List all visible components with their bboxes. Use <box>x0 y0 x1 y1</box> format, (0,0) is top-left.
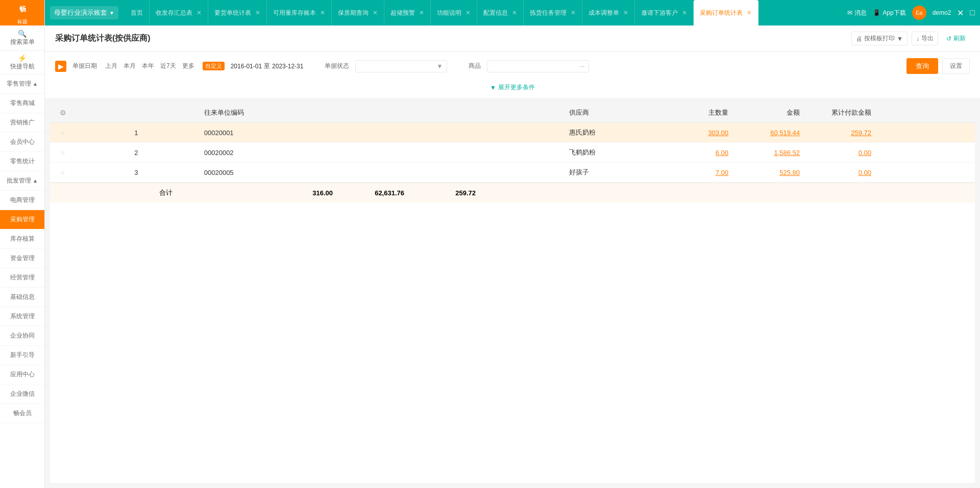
date-shortcut-1[interactable]: 本月 <box>121 61 138 71</box>
tab-requisition-stats[interactable]: 要货单统计表✕ <box>208 0 267 25</box>
row-settings[interactable]: ○ <box>50 163 76 183</box>
tab-picking-task[interactable]: 拣货任务管理✕ <box>524 0 582 25</box>
tab-close-config-info[interactable]: ✕ <box>512 9 517 16</box>
tab-home[interactable]: 首页 <box>125 0 150 25</box>
sidebar-item-operations[interactable]: 经营管理 <box>0 268 44 288</box>
tab-expiry-query[interactable]: 保质期查询✕ <box>332 0 384 25</box>
sidebar-item-enterprise-wechat[interactable]: 企业微信 <box>0 384 44 404</box>
sidebar-item-marketing[interactable]: 营销推广 <box>0 113 44 133</box>
sidebar-item-basic-info[interactable]: 基础信息 <box>0 288 44 307</box>
sidebar-item-ecommerce[interactable]: 电商管理 <box>0 191 44 210</box>
export-label: 导出 <box>921 34 934 43</box>
date-shortcut-4[interactable]: 更多 <box>180 61 197 71</box>
sidebar-item-purchase-mgmt[interactable]: 采购管理 <box>0 210 44 229</box>
industry-label: 母婴行业演示账套 <box>54 8 107 17</box>
date-range-start: 2016-01-01 <box>231 63 262 70</box>
user-avatar[interactable]: Ea <box>912 6 926 20</box>
tab-close-available-inventory[interactable]: ✕ <box>320 9 325 16</box>
expand-more-button[interactable]: ▼ 展开更多条件 <box>490 83 535 92</box>
row-extra <box>878 163 975 183</box>
sidebar-item-retail-stats[interactable]: 零售统计 <box>0 152 44 171</box>
tab-function-desc[interactable]: 功能说明✕ <box>431 0 477 25</box>
expand-icon: ▼ <box>490 84 496 91</box>
tab-config-info[interactable]: 配置信息✕ <box>477 0 524 25</box>
tab-close-invite-downstream[interactable]: ✕ <box>682 9 687 16</box>
row-quantity[interactable]: 7.00 <box>674 163 736 183</box>
row-supplier: 惠氏奶粉 <box>562 123 674 143</box>
row-paid[interactable]: 259.72 <box>807 123 878 143</box>
sidebar-item-vip[interactable]: 畅会员 <box>0 404 44 423</box>
sidebar-item-enterprise[interactable]: 企业协同 <box>0 326 44 346</box>
message-button[interactable]: ✉ 消息 <box>847 9 867 17</box>
row-settings[interactable]: ○ <box>50 123 76 143</box>
th-num <box>76 103 197 123</box>
tab-cost-adjust[interactable]: 成本调整单✕ <box>582 0 635 25</box>
tab-close-collection-summary[interactable]: ✕ <box>197 9 202 16</box>
row-paid[interactable]: 0.00 <box>807 163 878 183</box>
row-quantity[interactable]: 6.00 <box>674 143 736 163</box>
date-filter-label: 单据日期 <box>72 62 97 70</box>
tab-close-overstock-warning[interactable]: ✕ <box>419 9 424 16</box>
sidebar-item-system[interactable]: 系统管理 <box>0 307 44 326</box>
date-shortcut-3[interactable]: 近7天 <box>158 61 178 71</box>
print-button[interactable]: 🖨 按模板打印 ▼ <box>851 32 908 45</box>
sidebar-item-member-center[interactable]: 会员中心 <box>0 133 44 152</box>
row-quantity[interactable]: 303.00 <box>674 123 736 143</box>
close-window-button[interactable]: ✕ <box>957 8 964 18</box>
tab-available-inventory[interactable]: 可用量库存账本✕ <box>267 0 332 25</box>
refresh-icon: ↺ <box>946 35 951 42</box>
date-shortcut-2[interactable]: 本年 <box>140 61 156 71</box>
inner-content: ⚙ 往来单位编码 供应商 主数量 金额 累计付款金额 ○ 1 00020001 … <box>45 98 980 488</box>
tab-label-home: 首页 <box>131 9 143 17</box>
sidebar: 畅 标题 🔍 搜索菜单 ⚡ 快捷导航 零售管理 ▲零售商城营销推广会员中心零售统… <box>0 0 45 488</box>
row-settings[interactable]: ○ <box>50 143 76 163</box>
refresh-button[interactable]: ↺ 刷新 <box>942 32 970 45</box>
row-supplier: 好孩子 <box>562 163 674 183</box>
content-area: 采购订单统计表(按供应商) 🖨 按模板打印 ▼ ↓ 导出 ↺ 刷新 <box>45 25 980 488</box>
row-amount[interactable]: 525.80 <box>736 163 807 183</box>
tab-close-purchase-order-stats[interactable]: ✕ <box>747 9 752 16</box>
date-shortcut-0[interactable]: 上月 <box>103 61 119 71</box>
sidebar-item-retail-mall[interactable]: 零售商城 <box>0 94 44 113</box>
sidebar-item-app-center[interactable]: 应用中心 <box>0 365 44 384</box>
quick-nav[interactable]: ⚡ 快捷导航 <box>0 51 44 74</box>
export-button[interactable]: ↓ 导出 <box>912 32 938 45</box>
maximize-window-button[interactable]: □ <box>970 8 975 17</box>
product-input[interactable]: ··· <box>487 60 589 72</box>
print-label: 按模板打印 <box>864 34 895 43</box>
sidebar-item-finance[interactable]: 资金管理 <box>0 249 44 268</box>
filter-toggle-button[interactable]: ▶ <box>55 61 66 72</box>
industry-dropdown[interactable]: 母婴行业演示账套 ▼ <box>50 6 118 19</box>
tab-collection-summary[interactable]: 收发存汇总表✕ <box>150 0 208 25</box>
row-paid[interactable]: 0.00 <box>807 143 878 163</box>
column-settings-icon[interactable]: ⚙ <box>60 109 66 117</box>
search-menu[interactable]: 🔍 搜索菜单 <box>0 25 44 51</box>
sidebar-item-new-guide[interactable]: 新手引导 <box>0 346 44 365</box>
query-button[interactable]: 查询 <box>906 58 938 74</box>
app-download-button[interactable]: 📱 App下载 <box>873 9 905 17</box>
th-settings: ⚙ <box>50 103 76 123</box>
tab-label-available-inventory: 可用量库存账本 <box>273 9 316 17</box>
row-extra <box>878 143 975 163</box>
tab-close-requisition-stats[interactable]: ✕ <box>255 9 260 16</box>
product-filter-label: 商品 <box>469 62 481 70</box>
settings-button[interactable]: 设置 <box>942 58 970 74</box>
tab-close-function-desc[interactable]: ✕ <box>465 9 471 16</box>
tab-overstock-warning[interactable]: 超储预警✕ <box>384 0 431 25</box>
status-select[interactable]: ▼ <box>355 60 447 72</box>
th-paid: 累计付款金额 <box>807 103 878 123</box>
tab-close-expiry-query[interactable]: ✕ <box>373 9 378 16</box>
sidebar-item-wholesale-mgmt[interactable]: 批发管理 ▲ <box>0 171 44 191</box>
custom-badge: 自定义 <box>203 62 225 70</box>
tab-close-cost-adjust[interactable]: ✕ <box>623 9 628 16</box>
tab-purchase-order-stats[interactable]: 采购订单统计表✕ <box>694 0 758 25</box>
message-label: 消息 <box>854 9 867 17</box>
row-amount[interactable]: 60,519.44 <box>736 123 807 143</box>
sidebar-item-inventory[interactable]: 库存核算 <box>0 229 44 249</box>
page-header: 采购订单统计表(按供应商) 🖨 按模板打印 ▼ ↓ 导出 ↺ 刷新 <box>45 25 980 52</box>
row-amount[interactable]: 1,586.52 <box>736 143 807 163</box>
tab-invite-downstream[interactable]: 邀请下游客户✕ <box>635 0 694 25</box>
tab-close-picking-task[interactable]: ✕ <box>571 9 576 16</box>
sidebar-item-retail-mgmt[interactable]: 零售管理 ▲ <box>0 74 44 94</box>
refresh-label: 刷新 <box>953 34 966 43</box>
